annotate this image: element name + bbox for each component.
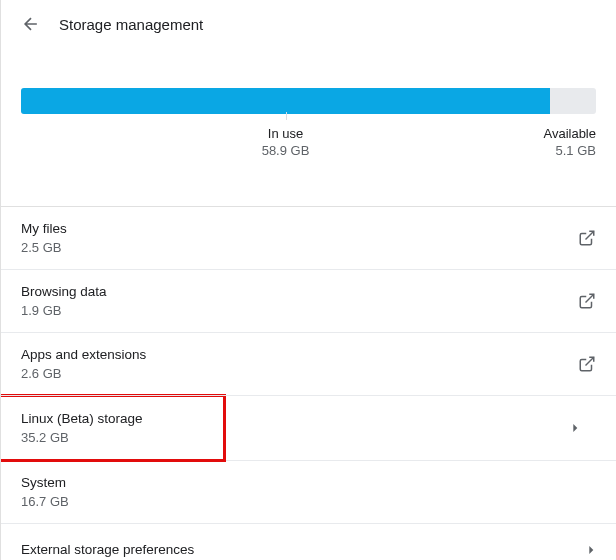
list-item-content: System 16.7 GB [21, 475, 69, 509]
available-label: Available [543, 126, 596, 141]
svg-line-1 [586, 294, 594, 302]
highlight-wrapper: Linux (Beta) storage 35.2 GB [1, 394, 616, 461]
available-label-group: Available 5.1 GB [543, 126, 596, 158]
back-button[interactable] [21, 14, 41, 34]
list-item-title: My files [21, 221, 67, 236]
chevron-right-icon [572, 424, 580, 432]
storage-overview: In use 58.9 GB Available 5.1 GB [1, 68, 616, 126]
storage-bar-fill [21, 88, 550, 114]
list-item-title: Browsing data [21, 284, 107, 299]
list-item-linux-storage[interactable]: Linux (Beta) storage 35.2 GB [4, 397, 600, 459]
list-item-content: Linux (Beta) storage 35.2 GB [21, 411, 143, 445]
list-item-size: 2.5 GB [21, 240, 67, 255]
list-item-size: 1.9 GB [21, 303, 107, 318]
storage-bar [21, 88, 596, 114]
list-item-title: External storage preferences [21, 542, 194, 557]
available-value: 5.1 GB [543, 143, 596, 158]
list-item-content: My files 2.5 GB [21, 221, 67, 255]
list-item-content: External storage preferences [21, 542, 194, 557]
in-use-value: 58.9 GB [262, 143, 310, 158]
svg-line-0 [586, 231, 594, 239]
external-link-icon [578, 355, 596, 373]
list-item-size: 35.2 GB [21, 430, 143, 445]
storage-list: My files 2.5 GB Browsing data 1.9 GB App… [1, 206, 616, 560]
in-use-label-group: In use 58.9 GB [262, 126, 310, 158]
list-item-title: Apps and extensions [21, 347, 146, 362]
svg-line-2 [586, 357, 594, 365]
list-item-my-files[interactable]: My files 2.5 GB [1, 207, 616, 270]
page-title: Storage management [59, 16, 203, 33]
list-item-browsing-data[interactable]: Browsing data 1.9 GB [1, 270, 616, 333]
list-item-title: System [21, 475, 69, 490]
list-item-system[interactable]: System 16.7 GB [1, 461, 616, 524]
list-item-size: 2.6 GB [21, 366, 146, 381]
arrow-left-icon [21, 14, 41, 34]
list-item-content: Browsing data 1.9 GB [21, 284, 107, 318]
list-item-apps-extensions[interactable]: Apps and extensions 2.6 GB [1, 333, 616, 396]
in-use-label: In use [262, 126, 310, 141]
external-link-icon [578, 229, 596, 247]
highlight-annotation: Linux (Beta) storage 35.2 GB [0, 394, 226, 462]
list-item-size: 16.7 GB [21, 494, 69, 509]
list-item-external-storage[interactable]: External storage preferences [1, 524, 616, 560]
list-item-content: Apps and extensions 2.6 GB [21, 347, 146, 381]
header: Storage management [1, 0, 616, 48]
chevron-right-icon [588, 546, 596, 554]
external-link-icon [578, 292, 596, 310]
divider-marker [286, 112, 287, 120]
list-item-title: Linux (Beta) storage [21, 411, 143, 426]
